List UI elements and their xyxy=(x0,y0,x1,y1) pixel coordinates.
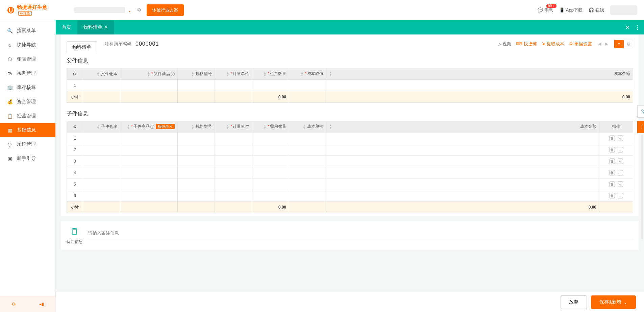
doc-settings-link[interactable]: ⚙单据设置 xyxy=(569,41,592,47)
delete-row-icon[interactable]: 🗑 xyxy=(610,182,615,187)
expand-tab[interactable]: ⛶ xyxy=(637,121,644,133)
sidebar-item-purchase[interactable]: 🛍采购管理 xyxy=(0,66,55,80)
child-row[interactable]: 3🗑＋ xyxy=(67,155,633,167)
sidebar-item-label: 系统管理 xyxy=(17,141,36,147)
bottom-bar: 放弃 保存&新增 ⌄ xyxy=(56,292,644,312)
child-header-qty[interactable]: ▲▼*需用数量 xyxy=(252,121,289,133)
tab-home[interactable]: 首页 xyxy=(56,20,77,34)
sidebar-item-basedata[interactable]: ▦基础信息 xyxy=(0,123,55,137)
video-link[interactable]: ▷视频 xyxy=(498,41,511,47)
help-icon[interactable]: ? xyxy=(150,125,154,129)
help-icon[interactable]: ? xyxy=(171,72,175,76)
discard-button[interactable]: 放弃 xyxy=(561,295,587,309)
attachment-tab[interactable]: 📎 xyxy=(637,105,644,118)
support-link[interactable]: 🎧 在线 xyxy=(589,7,604,13)
page-header: 物料清单 物料清单编码 0000001 ▷视频 ⌨快捷键 ⇲提取成本 ⚙单据设置… xyxy=(61,34,639,53)
child-header-amount[interactable]: ▲▼成本金额 xyxy=(326,121,599,133)
sidebar-item-system[interactable]: ◌系统管理 xyxy=(0,137,55,151)
chat-icon: 💬 xyxy=(538,7,543,13)
add-row-icon[interactable]: ＋ xyxy=(618,193,623,198)
delete-row-icon[interactable]: 🗑 xyxy=(610,136,615,141)
page-subtab[interactable]: 物料清单 xyxy=(67,41,97,53)
delete-row-icon[interactable]: 🗑 xyxy=(610,170,615,175)
app-download-link[interactable]: 📱 App下载 xyxy=(559,7,583,13)
child-table: ⚙ ▲▼子件仓库 ▲▼*子件商品?扫码录入 ▲▼规格型号 ▲▼*计量单位 ▲▼*… xyxy=(67,121,633,213)
sidebar: 🔍搜索菜单 ⌂快捷导航 ⬡销售管理 🛍采购管理 🏢库存核算 💰资金管理 📋经营管… xyxy=(0,20,56,312)
sidebar-item-label: 基础信息 xyxy=(17,127,36,133)
parent-header-unit[interactable]: ▲▼*计量单位 xyxy=(215,68,252,80)
remark-label: 备注信息 xyxy=(67,239,83,245)
child-row[interactable]: 6🗑＋ xyxy=(67,190,633,201)
view-list-button[interactable]: ≡ xyxy=(614,40,624,48)
gear2-icon: ◌ xyxy=(7,141,13,147)
add-row-icon[interactable]: ＋ xyxy=(618,182,623,187)
trial-button[interactable]: 体验行业方案 xyxy=(147,4,184,16)
extract-label: 提取成本 xyxy=(547,41,564,47)
bom-code-value: 0000001 xyxy=(135,41,159,47)
child-header-gear[interactable]: ⚙ xyxy=(67,121,83,133)
child-subtotal-qty: 0.00 xyxy=(252,201,289,213)
sidebar-settings-icon[interactable]: ⚙ xyxy=(12,302,16,307)
child-header-warehouse[interactable]: ▲▼子件仓库 xyxy=(83,121,120,133)
delete-row-icon[interactable]: 🗑 xyxy=(610,147,615,152)
parent-header-qty[interactable]: ▲▼*生产数量 xyxy=(252,68,289,80)
sidebar-item-inventory[interactable]: 🏢库存核算 xyxy=(0,80,55,95)
scan-entry-button[interactable]: 扫码录入 xyxy=(156,124,175,129)
tab-bom[interactable]: 物料清单 ✕ xyxy=(77,20,114,34)
sidebar-item-quicknav[interactable]: ⌂快捷导航 xyxy=(0,38,55,52)
sidebar-item-label: 资金管理 xyxy=(17,99,36,105)
add-row-icon[interactable]: ＋ xyxy=(618,170,623,175)
company-selector[interactable]: ⌄ xyxy=(74,7,132,13)
child-header-unit[interactable]: ▲▼*计量单位 xyxy=(215,121,252,133)
parent-header-spec[interactable]: ▲▼规格型号 xyxy=(178,68,215,80)
tab-close-icon[interactable]: ✕ xyxy=(104,25,108,30)
floating-right: 📎 ⛶ xyxy=(637,105,644,133)
parent-header-gear[interactable]: ⚙ xyxy=(67,68,83,80)
scrollbar[interactable] xyxy=(641,135,643,239)
parent-header-costmethod[interactable]: ▲▼*成本取值 xyxy=(289,68,326,80)
tabs-close-all-icon[interactable]: ✕ xyxy=(622,24,633,31)
add-row-icon[interactable]: ＋ xyxy=(618,159,623,164)
child-row[interactable]: 4🗑＋ xyxy=(67,167,633,178)
save-new-button[interactable]: 保存&新增 ⌄ xyxy=(591,295,636,309)
shortcut-label: 快捷键 xyxy=(524,41,537,47)
next-record-icon[interactable]: ▶ xyxy=(603,41,610,47)
sidebar-item-search[interactable]: 🔍搜索菜单 xyxy=(0,24,55,38)
messages-badge: 99 + xyxy=(546,4,556,8)
clipboard-icon: 📋 xyxy=(7,113,13,119)
view-card-button[interactable]: ▤ xyxy=(624,40,633,48)
parent-header-amount[interactable]: ▲▼成本金额 xyxy=(326,68,633,80)
add-row-icon[interactable]: ＋ xyxy=(618,136,623,141)
add-row-icon[interactable]: ＋ xyxy=(618,147,623,152)
parent-title: 父件信息 xyxy=(67,53,633,68)
user-avatar[interactable] xyxy=(610,5,637,15)
child-header-spec[interactable]: ▲▼规格型号 xyxy=(178,121,215,133)
parent-row[interactable]: 1 xyxy=(67,80,633,91)
child-header-product[interactable]: ▲▼*子件商品?扫码录入 xyxy=(120,121,178,133)
child-header-unitcost[interactable]: ▲▼成本单价 xyxy=(289,121,326,133)
shortcut-link[interactable]: ⌨快捷键 xyxy=(516,41,537,47)
prev-record-icon[interactable]: ◀ xyxy=(597,41,603,47)
parent-header-product[interactable]: ▲▼*父件商品? xyxy=(120,68,178,80)
save-new-label: 保存&新增 xyxy=(599,299,621,305)
remark-input[interactable] xyxy=(88,226,633,240)
delete-row-icon[interactable]: 🗑 xyxy=(610,193,615,198)
messages-link[interactable]: 💬 消息 99 + xyxy=(538,7,553,13)
child-row[interactable]: 2🗑＋ xyxy=(67,144,633,155)
child-row[interactable]: 1🗑＋ xyxy=(67,133,633,144)
gear3-icon: ⚙ xyxy=(569,41,573,46)
brand-edition: 标准版 xyxy=(18,11,32,16)
sidebar-item-sales[interactable]: ⬡销售管理 xyxy=(0,52,55,66)
extract-cost-link[interactable]: ⇲提取成本 xyxy=(542,41,564,47)
sidebar-collapse-icon[interactable]: ◂▮ xyxy=(39,302,44,307)
parent-header-warehouse[interactable]: ▲▼父件仓库 xyxy=(83,68,120,80)
sidebar-item-guide[interactable]: ▣新手引导 xyxy=(0,151,55,166)
sidebar-item-business[interactable]: 📋经营管理 xyxy=(0,109,55,123)
delete-row-icon[interactable]: 🗑 xyxy=(610,159,615,164)
tabs-menu-icon[interactable]: ⋮ xyxy=(633,24,643,31)
sidebar-item-label: 新手引导 xyxy=(17,155,36,162)
settings-gear-icon[interactable]: ⚙ xyxy=(137,7,141,13)
sidebar-item-finance[interactable]: 💰资金管理 xyxy=(0,95,55,109)
headset-icon: 🎧 xyxy=(589,7,594,13)
child-row[interactable]: 5🗑＋ xyxy=(67,178,633,190)
